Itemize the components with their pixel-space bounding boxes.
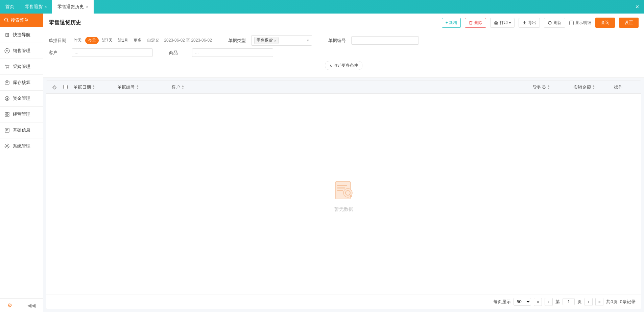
sidebar-settings-button[interactable]: ⚙ (7, 302, 12, 309)
sidebar-menu: ⊞ 快捷导航 销售管理 (0, 27, 43, 298)
collapse-label: 收起更多条件 (334, 63, 358, 68)
th-customer-label: 客户 (171, 84, 180, 90)
finance-icon (4, 95, 10, 102)
tab-retail-return-history[interactable]: 零售退货历史 × (52, 0, 93, 14)
sort-arrows-number: ▲▼ (136, 85, 139, 90)
show-detail-checkbox[interactable] (569, 21, 574, 25)
quick-nav-icon: ⊞ (4, 32, 10, 38)
th-amount[interactable]: 实销金额 ▲▼ (571, 84, 611, 90)
goods-filter-select[interactable]: ... (192, 48, 273, 57)
tab-retail-return-close[interactable]: × (45, 5, 47, 9)
top-bar: 首页 零售退货 × 零售退货历史 × × (0, 0, 644, 14)
window-close-button[interactable]: × (630, 0, 644, 14)
number-filter-input[interactable] (351, 36, 419, 45)
sidebar-sound-button[interactable]: ◀◀ (27, 302, 35, 309)
svg-rect-17 (495, 23, 497, 24)
select-all-checkbox[interactable] (63, 85, 68, 89)
tab-retail-return-label: 零售退货 (25, 4, 43, 10)
page-header-top: 零售退货历史 + 新增 删除 (49, 18, 639, 28)
type-filter-label: 单据类型 (228, 38, 248, 44)
th-settings[interactable] (49, 85, 60, 90)
sidebar-item-system-mgmt[interactable]: 系统管理 (0, 138, 43, 154)
sidebar-item-finance-label: 资金管理 (13, 95, 30, 102)
sidebar-item-sales-mgmt[interactable]: 销售管理 (0, 43, 43, 59)
th-action: 操作 (611, 84, 638, 90)
inventory-icon (4, 80, 10, 86)
sort-arrows-guide: ▲▼ (547, 85, 550, 90)
sidebar-item-inventory[interactable]: 库存核算 (0, 75, 43, 91)
sidebar-item-finance[interactable]: 资金管理 (0, 91, 43, 107)
sidebar-item-purchase-mgmt-label: 采购管理 (13, 64, 30, 70)
type-tag-label: 零售退货 (257, 38, 273, 43)
date-btn-more[interactable]: 更多 (132, 37, 144, 44)
svg-rect-11 (7, 115, 9, 116)
tab-retail-return[interactable]: 零售退货 × (20, 0, 52, 14)
show-detail-checkbox-label[interactable]: 显示明细 (569, 20, 591, 26)
customer-filter-select[interactable]: ... (72, 48, 153, 57)
th-guide-label: 导购员 (533, 84, 546, 90)
svg-line-1 (7, 21, 9, 22)
sidebar-item-operation[interactable]: 经营管理 (0, 107, 43, 122)
refresh-button[interactable]: 刷新 (544, 18, 565, 28)
svg-rect-21 (337, 187, 345, 188)
last-page-button[interactable]: » (595, 298, 603, 306)
filter-row-customer: 客户 ... 商品 ... (49, 48, 639, 57)
th-checkbox[interactable] (60, 85, 71, 89)
per-page-select[interactable]: 50 10 20 100 (514, 298, 531, 306)
query-button[interactable]: 查询 (595, 18, 615, 28)
goods-filter-label: 商品 (169, 50, 189, 56)
pagination: 每页显示 50 10 20 100 « ‹ 第 页 › » 共0页, 0条记录 (46, 294, 641, 309)
total-label: 共0页, 0条记录 (606, 299, 636, 305)
type-filter-select[interactable]: 零售退货 × ▾ (251, 35, 312, 46)
th-date[interactable]: 单据日期 ▲▼ (71, 84, 115, 90)
th-number[interactable]: 单据编号 ▲▼ (115, 84, 169, 90)
export-label: 导出 (528, 20, 536, 26)
first-page-button[interactable]: « (534, 298, 542, 306)
date-btn-today[interactable]: 今天 (85, 37, 99, 44)
date-btn-1month[interactable]: 近1月 (116, 37, 130, 44)
prev-page-button[interactable]: ‹ (545, 298, 553, 306)
date-shortcuts: 昨天 今天 近7天 近1月 更多 自定义 (72, 37, 161, 44)
settings-button[interactable]: 设置 (619, 18, 639, 28)
delete-button[interactable]: 删除 (465, 18, 486, 28)
tab-home[interactable]: 首页 (0, 0, 20, 14)
sidebar-item-basic-info-label: 基础信息 (13, 127, 30, 133)
type-tag-close[interactable]: × (274, 39, 276, 43)
sidebar-item-sales-mgmt-label: 销售管理 (13, 48, 30, 54)
sidebar-item-basic-info[interactable]: 基础信息 (0, 122, 43, 138)
sidebar-item-system-mgmt-label: 系统管理 (13, 143, 30, 149)
sidebar-search[interactable]: 搜索菜单 (0, 14, 43, 27)
main-layout: 搜索菜单 ⊞ 快捷导航 销售管理 (0, 14, 644, 312)
print-label: 打印 (500, 20, 508, 26)
svg-point-18 (54, 87, 55, 88)
export-button[interactable]: 导出 (519, 18, 540, 28)
new-button[interactable]: + 新增 (442, 18, 461, 28)
th-action-label: 操作 (614, 84, 623, 90)
page-header: 零售退货历史 + 新增 删除 (43, 14, 644, 78)
tab-retail-return-history-close[interactable]: × (86, 5, 88, 9)
empty-state-text: 暂无数据 (334, 206, 353, 213)
print-button[interactable]: 打印 ▾ (490, 18, 515, 28)
tab-home-label: 首页 (5, 4, 14, 10)
sidebar-item-quick-nav[interactable]: ⊞ 快捷导航 (0, 27, 43, 43)
date-btn-7days[interactable]: 近7天 (100, 37, 115, 44)
print-chevron-icon: ▾ (509, 21, 511, 25)
next-page-button[interactable]: › (585, 298, 593, 306)
table-container: 单据日期 ▲▼ 单据编号 ▲▼ 客户 ▲▼ 导购员 ▲▼ 实销金额 ▲▼ (46, 81, 641, 309)
sidebar-item-purchase-mgmt[interactable]: 采购管理 (0, 59, 43, 75)
collapse-icon: ∧ (329, 63, 332, 68)
collapse-filter-button[interactable]: ∧ 收起更多条件 (325, 61, 362, 70)
per-page-label: 每页显示 (493, 299, 511, 305)
date-btn-custom[interactable]: 自定义 (145, 37, 161, 44)
sidebar: 搜索菜单 ⊞ 快捷导航 销售管理 (0, 14, 43, 312)
tab-list: 首页 零售退货 × 零售退货历史 × (0, 0, 630, 14)
page-input[interactable] (563, 298, 575, 305)
svg-point-3 (6, 68, 7, 69)
svg-point-4 (8, 68, 8, 69)
th-customer[interactable]: 客户 ▲▼ (169, 84, 530, 90)
sales-mgmt-icon (4, 48, 10, 54)
th-guide[interactable]: 导购员 ▲▼ (530, 84, 571, 90)
date-btn-yesterday[interactable]: 昨天 (72, 37, 84, 44)
svg-rect-20 (337, 185, 347, 186)
type-select-chevron: ▾ (307, 38, 309, 43)
